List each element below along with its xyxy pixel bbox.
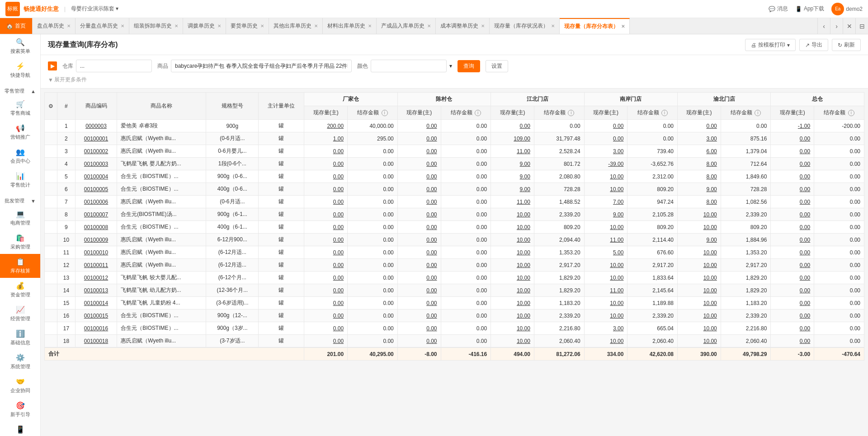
tab-close-btn[interactable]: ✕ — [843, 18, 855, 34]
row-yuebei-stock[interactable]: 9.00 — [678, 183, 721, 196]
row-nanan-stock[interactable]: -39.00 — [584, 158, 627, 170]
sidebar-item-retail-mgmt[interactable]: 零售管理▲ — [0, 84, 40, 96]
row-chenshi-stock[interactable]: 0.00 — [397, 196, 441, 208]
row-nanan-stock[interactable]: 10.00 — [584, 170, 627, 183]
tab-order[interactable]: 要货单历史 ✕ — [226, 18, 269, 34]
tab-other-out[interactable]: 其他出库单历史 ✕ — [269, 18, 323, 34]
row-yuebei-stock[interactable]: 10.00 — [678, 335, 721, 348]
row-factory-stock[interactable]: 0.00 — [304, 234, 348, 246]
row-chenshi-stock[interactable]: 0.00 — [397, 170, 441, 183]
row-chenshi-stock[interactable]: 0.00 — [397, 272, 441, 284]
row-code[interactable]: 00100016 — [75, 322, 117, 335]
row-total-stock[interactable]: 0.00 — [771, 208, 814, 221]
row-jiangbei-stock[interactable]: 10.00 — [491, 208, 534, 221]
query-btn[interactable]: 查询 — [458, 60, 480, 72]
row-jiangbei-stock[interactable]: 10.00 — [491, 284, 534, 297]
row-factory-stock[interactable]: 0.00 — [304, 158, 348, 170]
sidebar-item-marketing[interactable]: 📢 营销推广 — [0, 120, 40, 144]
row-yuebei-stock[interactable]: 8.00 — [678, 158, 721, 170]
tab-quantity-check[interactable]: 分量盘点单历史 ✕ — [75, 18, 129, 34]
row-chenshi-stock[interactable]: 0.00 — [397, 183, 441, 196]
row-factory-stock[interactable]: 0.00 — [304, 145, 348, 158]
row-total-stock[interactable]: 0.00 — [771, 335, 814, 348]
close-icon[interactable]: ✕ — [621, 24, 625, 29]
row-nanan-stock[interactable]: 3.00 — [584, 322, 627, 335]
row-factory-stock[interactable]: 0.00 — [304, 208, 348, 221]
row-chenshi-stock[interactable]: 0.00 — [397, 221, 441, 234]
row-jiangbei-stock[interactable]: 10.00 — [491, 234, 534, 246]
row-code[interactable]: 00100005 — [75, 183, 117, 196]
sidebar-item-system[interactable]: ⚙️ 系统管理 — [0, 350, 40, 374]
close-icon[interactable]: ✕ — [551, 23, 555, 28]
row-total-stock[interactable]: 0.00 — [771, 221, 814, 234]
row-factory-stock[interactable]: 0.00 — [304, 297, 348, 309]
row-total-stock[interactable]: 0.00 — [771, 145, 814, 158]
row-factory-stock[interactable]: 0.00 — [304, 170, 348, 183]
expand-conditions-btn[interactable]: ▼ 展开更多条件 — [48, 76, 861, 84]
sidebar-item-guide[interactable]: 🎯 新手引导 — [0, 398, 40, 422]
row-chenshi-stock[interactable]: 0.00 — [397, 259, 441, 272]
row-chenshi-stock[interactable]: 0.00 — [397, 145, 441, 158]
tab-stock-dist[interactable]: 现存量（库存分布表） ✕ — [560, 18, 630, 34]
row-total-stock[interactable]: 0.00 — [771, 259, 814, 272]
row-factory-stock[interactable]: 200.00 — [304, 120, 348, 132]
row-nanan-stock[interactable]: 0.00 — [584, 120, 627, 132]
row-yuebei-stock[interactable]: 0.00 — [678, 120, 721, 132]
row-total-stock[interactable]: 0.00 — [771, 297, 814, 309]
row-yuebei-stock[interactable]: 10.00 — [678, 221, 721, 234]
row-nanan-stock[interactable]: 10.00 — [584, 335, 627, 348]
row-jiangbei-stock[interactable]: 10.00 — [491, 272, 534, 284]
close-icon[interactable]: ✕ — [314, 23, 318, 28]
print-btn[interactable]: 🖨 按模板打印 ▾ — [745, 39, 796, 51]
row-code[interactable]: 00100006 — [75, 196, 117, 208]
row-jiangbei-stock[interactable]: 9.00 — [491, 170, 534, 183]
sidebar-item-retail-stats[interactable]: 📊 零售统计 — [0, 168, 40, 192]
close-icon[interactable]: ✕ — [175, 23, 178, 28]
row-nanan-stock[interactable]: 11.00 — [584, 234, 627, 246]
row-nanan-stock[interactable]: 10.00 — [584, 183, 627, 196]
sidebar-item-retail-mall[interactable]: 🛒 零售商城 — [0, 96, 40, 120]
color-input[interactable] — [371, 60, 447, 72]
info-icon[interactable]: i — [848, 110, 854, 116]
tab-cost-adjust[interactable]: 成本调整单历史 ✕ — [436, 18, 490, 34]
row-yuebei-stock[interactable]: 10.00 — [678, 272, 721, 284]
row-jiangbei-stock[interactable]: 0.00 — [491, 120, 534, 132]
row-nanan-stock[interactable]: 9.00 — [584, 208, 627, 221]
row-jiangbei-stock[interactable]: 10.00 — [491, 309, 534, 322]
row-yuebei-stock[interactable]: 10.00 — [678, 259, 721, 272]
message-btn[interactable]: 💬 消息 — [769, 5, 788, 13]
row-yuebei-stock[interactable]: 10.00 — [678, 309, 721, 322]
row-chenshi-stock[interactable]: 0.00 — [397, 208, 441, 221]
info-icon[interactable]: i — [755, 110, 761, 116]
row-nanan-stock[interactable]: 11.00 — [584, 284, 627, 297]
row-code[interactable]: 00100015 — [75, 309, 117, 322]
sidebar-item-basic-info[interactable]: ℹ️ 基础信息 — [0, 326, 40, 350]
close-icon[interactable]: ✕ — [481, 23, 485, 28]
row-code[interactable]: 00100012 — [75, 272, 117, 284]
row-total-stock[interactable]: 0.00 — [771, 196, 814, 208]
row-nanan-stock[interactable]: 10.00 — [584, 309, 627, 322]
row-total-stock[interactable]: 0.00 — [771, 272, 814, 284]
row-total-stock[interactable]: 0.00 — [771, 246, 814, 259]
row-code[interactable]: 0000003 — [75, 120, 117, 132]
row-yuebei-stock[interactable]: 10.00 — [678, 208, 721, 221]
user-area[interactable]: Ea demo2 — [831, 3, 863, 15]
sidebar-item-ecommerce[interactable]: 💻 电商管理 — [0, 206, 40, 230]
row-factory-stock[interactable]: 0.00 — [304, 335, 348, 348]
row-factory-stock[interactable]: 0.00 — [304, 309, 348, 322]
sidebar-item-members[interactable]: 👥 会员中心 — [0, 144, 40, 168]
row-factory-stock[interactable]: 0.00 — [304, 272, 348, 284]
row-total-stock[interactable]: 0.00 — [771, 234, 814, 246]
row-jiangbei-stock[interactable]: 10.00 — [491, 221, 534, 234]
row-yuebei-stock[interactable]: 8.00 — [678, 170, 721, 183]
close-icon[interactable]: ✕ — [368, 23, 372, 28]
row-chenshi-stock[interactable]: 0.00 — [397, 322, 441, 335]
settings-btn[interactable]: 设置 — [486, 60, 508, 72]
row-code[interactable]: 00100003 — [75, 158, 117, 170]
row-chenshi-stock[interactable]: 0.00 — [397, 309, 441, 322]
collapse-btn[interactable]: ▶ — [48, 61, 57, 70]
tab-prev-btn[interactable]: ‹ — [817, 18, 830, 34]
tab-material-out[interactable]: 材料出库单历史 ✕ — [323, 18, 377, 34]
row-total-stock[interactable]: 0.00 — [771, 170, 814, 183]
close-icon[interactable]: ✕ — [67, 23, 71, 28]
